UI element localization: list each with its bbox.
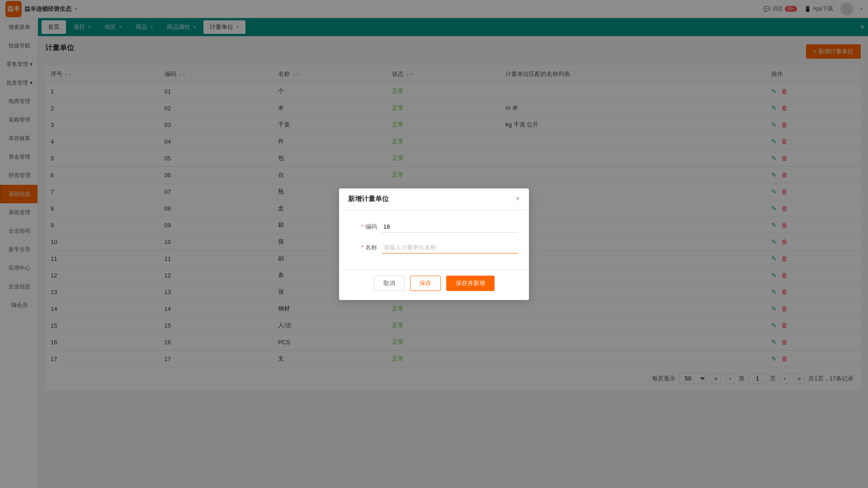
- modal-body: *编码 *名称: [339, 210, 529, 270]
- modal-overlay[interactable]: 新增计量单位 × *编码 *名称 取消 保存 保存并新增: [0, 0, 868, 488]
- cancel-button[interactable]: 取消: [374, 276, 405, 291]
- code-input[interactable]: [382, 221, 518, 233]
- modal-footer: 取消 保存 保存并新增: [339, 270, 529, 300]
- required-star-code: *: [361, 223, 363, 230]
- add-unit-modal: 新增计量单位 × *编码 *名称 取消 保存 保存并新增: [339, 188, 529, 300]
- modal-title: 新增计量单位: [348, 195, 389, 203]
- form-row-name: *名称: [350, 242, 518, 253]
- name-input[interactable]: [382, 242, 518, 253]
- name-label: *名称: [350, 244, 377, 252]
- form-row-code: *编码: [350, 221, 518, 233]
- modal-close-button[interactable]: ×: [516, 195, 520, 203]
- modal-header: 新增计量单位 ×: [339, 188, 529, 210]
- save-button[interactable]: 保存: [410, 276, 441, 291]
- save-and-new-button[interactable]: 保存并新增: [446, 276, 495, 291]
- required-star-name: *: [361, 244, 363, 251]
- code-label: *编码: [350, 223, 377, 231]
